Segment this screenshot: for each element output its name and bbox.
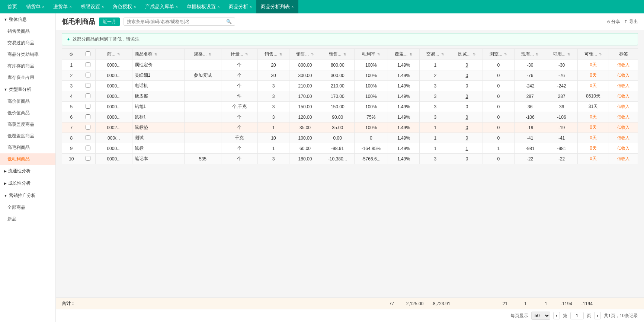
nav-role-auth[interactable]: 角色授权 × [108, 0, 140, 13]
sidebar-group-type-analysis[interactable]: ▼ 类型量分析 [0, 83, 55, 96]
row-select-checkbox[interactable] [86, 156, 90, 161]
row-select-checkbox[interactable] [86, 135, 90, 140]
th-unit[interactable]: 计量... ⇅ [221, 49, 257, 60]
row-select-checkbox[interactable] [86, 104, 90, 109]
sort-icon[interactable]: ⇅ [567, 52, 570, 56]
sort-icon[interactable]: ⇅ [377, 52, 380, 56]
row-select-checkbox[interactable] [86, 125, 90, 130]
share-button[interactable]: ⎋ 分享 [607, 19, 620, 25]
th-views1[interactable]: 浏览... ⇅ [451, 49, 483, 60]
th-available[interactable]: 可用... ⇅ [546, 49, 577, 60]
nav-product-analysis-list[interactable]: 商品分析列表 × [256, 0, 298, 13]
th-saleable[interactable]: 可销... ⇅ [577, 49, 609, 60]
sidebar-item-sales-goods[interactable]: 销售类商品 [0, 26, 55, 37]
sidebar-group-growth[interactable]: ▶ 成长性分析 [0, 177, 55, 189]
nav-purchase-order[interactable]: 进货单 × [49, 0, 76, 13]
sidebar-group-liquidity[interactable]: ▶ 流通性分析 [0, 165, 55, 177]
sort-icon[interactable]: ⇅ [117, 52, 120, 56]
row-select-checkbox[interactable] [86, 146, 90, 150]
next-page-button[interactable]: › [594, 312, 601, 319]
sort-icon[interactable]: ⇅ [504, 52, 507, 56]
sidebar-group-overall[interactable]: ▼ 整体信息 [0, 13, 55, 26]
row-checkbox[interactable] [81, 143, 95, 154]
sort-icon[interactable]: ⇅ [473, 52, 476, 56]
sort-icon[interactable]: ⇅ [245, 52, 248, 56]
th-code[interactable]: 商... ⇅ [96, 49, 132, 60]
select-all-checkbox[interactable] [86, 51, 90, 56]
sort-icon[interactable]: ⇅ [441, 52, 444, 56]
row-checkbox[interactable] [81, 91, 95, 102]
search-input[interactable] [127, 19, 225, 24]
sort-icon[interactable]: ⇅ [209, 52, 212, 56]
nav-product-analysis[interactable]: 商品分析 × [224, 0, 256, 13]
th-sales-count[interactable]: 销售... ⇅ [258, 49, 289, 60]
nav-home[interactable]: 首页 [3, 0, 22, 13]
sidebar-item-category-rate[interactable]: 商品分类助销率 [0, 49, 55, 60]
close-icon[interactable]: × [176, 4, 178, 9]
th-select-all[interactable] [81, 49, 95, 60]
row-checkbox[interactable] [81, 60, 95, 70]
date-filter-button[interactable]: 近一月 [99, 17, 120, 26]
nav-product-entry[interactable]: 产成品入库单 × [141, 0, 182, 13]
per-page-select[interactable]: 50 20 100 [531, 312, 550, 320]
th-tag[interactable]: 标签 [609, 49, 638, 60]
row-checkbox[interactable] [81, 122, 95, 133]
row-select-checkbox[interactable] [86, 73, 90, 77]
sidebar-group-marketing[interactable]: ▼ 营销推广分析 [0, 189, 55, 202]
row-checkbox[interactable] [81, 154, 95, 164]
sidebar-item-inventory-capital[interactable]: 库存资金占用 [0, 72, 55, 83]
sidebar-item-traded-goods[interactable]: 交易过的商品 [0, 37, 55, 49]
row-select-checkbox[interactable] [86, 83, 90, 88]
sidebar-item-low-value[interactable]: 低价值商品 [0, 107, 55, 119]
sidebar-item-high-coverage[interactable]: 高覆盖度商品 [0, 119, 55, 130]
close-icon[interactable]: × [291, 4, 294, 9]
th-transaction[interactable]: 交易... ⇅ [420, 49, 451, 60]
sidebar-item-low-coverage[interactable]: 低覆盖度商品 [0, 130, 55, 142]
th-sales-profit[interactable]: 销售... ⇅ [321, 49, 354, 60]
sort-icon[interactable]: ⇅ [279, 52, 282, 56]
nav-template-settings[interactable]: 单据模板设置 × [182, 0, 224, 13]
close-icon[interactable]: × [217, 4, 220, 9]
close-icon[interactable]: × [69, 4, 71, 9]
sidebar-item-stocked-goods[interactable]: 有库存的商品 [0, 60, 55, 72]
row-checkbox[interactable] [81, 81, 95, 91]
sort-icon[interactable]: ⇅ [536, 52, 539, 56]
sidebar-item-low-margin[interactable]: 低毛利商品 [0, 153, 55, 165]
th-spec[interactable]: 规格... ⇅ [185, 49, 221, 60]
nav-sales-order[interactable]: 销货单 × [22, 0, 49, 13]
th-current[interactable]: 现有... ⇅ [514, 49, 546, 60]
row-select-checkbox[interactable] [86, 62, 90, 67]
row-checkbox[interactable] [81, 102, 95, 112]
sort-icon[interactable]: ⇅ [311, 52, 314, 56]
sidebar-item-new-goods[interactable]: 新品 [0, 213, 55, 225]
row-views1[interactable]: 1 [451, 143, 483, 154]
row-views1[interactable]: 0 [451, 91, 483, 102]
page-number-input[interactable] [570, 312, 584, 319]
row-select-checkbox[interactable] [86, 114, 90, 119]
settings-icon[interactable]: ⚙ [69, 52, 73, 57]
row-checkbox[interactable] [81, 112, 95, 122]
sort-icon[interactable]: ⇅ [599, 52, 602, 56]
row-views1[interactable]: 0 [451, 102, 483, 112]
close-icon[interactable]: × [42, 4, 44, 9]
prev-page-button[interactable]: ‹ [553, 312, 560, 319]
row-views1[interactable]: 0 [451, 122, 483, 133]
nav-permissions[interactable]: 权限设置 × [76, 0, 108, 13]
th-name[interactable]: 商品名称 ⇅ [132, 49, 185, 60]
row-views1[interactable]: 0 [451, 133, 483, 143]
row-select-checkbox[interactable] [86, 93, 90, 98]
th-views2[interactable]: 浏览... ⇅ [483, 49, 514, 60]
search-icon[interactable]: 🔍 [226, 19, 232, 24]
sort-icon[interactable]: ⇅ [410, 52, 413, 56]
row-checkbox[interactable] [81, 133, 95, 143]
close-icon[interactable]: × [134, 4, 136, 9]
sidebar-item-high-margin[interactable]: 高毛利商品 [0, 142, 55, 153]
row-views1[interactable]: 0 [451, 81, 483, 91]
th-coverage[interactable]: 覆盖... ⇅ [388, 49, 420, 60]
sort-icon[interactable]: ⇅ [343, 52, 346, 56]
th-gross-margin[interactable]: 毛利率 ⇅ [354, 49, 388, 60]
row-views1[interactable]: 0 [451, 60, 483, 70]
th-settings[interactable]: ⚙ [62, 49, 81, 60]
row-checkbox[interactable] [81, 70, 95, 81]
sort-icon[interactable]: ⇅ [154, 52, 157, 56]
